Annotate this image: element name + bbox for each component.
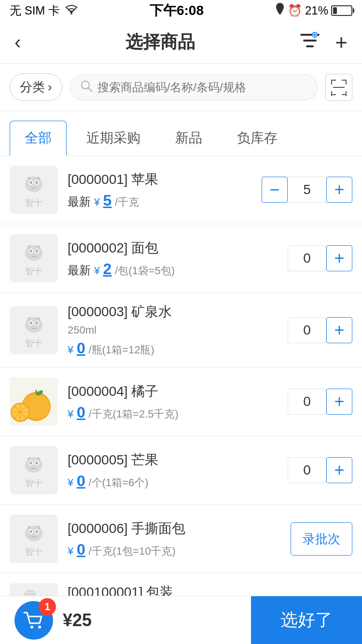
price-unit-0: /千克 [115,196,139,208]
product-name-4: [0000005] 芒果 [68,451,278,469]
qty-input-0[interactable] [288,177,326,203]
price-label-0: 最新 [68,195,94,208]
product-info-5: [0000006] 手撕面包 ¥ 0 /千克(1包=10千克) [68,519,281,559]
add-button[interactable]: + [335,30,348,55]
product-image-4: 智十 [10,446,58,494]
increment-button-2[interactable]: + [326,317,352,343]
product-name-3: [0000004] 橘子 [68,382,278,401]
table-row: 智十 [0000006] 手撕面包 ¥ 0 /千克(1包=10千克) 录批次 [0,505,362,573]
tab-negative[interactable]: 负库存 [222,121,292,155]
status-time: 下午6:08 [150,1,204,20]
search-box[interactable] [70,74,318,100]
search-input[interactable] [97,81,307,94]
product-info-2: [0000003] 矿泉水 250ml ¥ 0 /瓶(1箱=12瓶) [68,303,278,357]
svg-rect-10 [331,80,332,84]
svg-point-22 [35,181,38,184]
status-right: ⏰ 21% [275,3,352,18]
svg-point-57 [31,593,33,595]
price-unit-4: /个(1箱=6个) [88,476,148,489]
svg-rect-2 [303,40,317,42]
price-num-4: 0 [77,472,85,490]
page-title: 选择商品 [125,30,195,54]
scan-button[interactable] [325,74,352,101]
price-unit-5: /千克(1包=10千克) [88,545,175,557]
increment-button-3[interactable]: + [326,389,352,415]
cart-area: 1 ¥25 [0,601,251,640]
product-image-2: 智十 [10,306,58,354]
category-chevron: › [48,80,52,95]
wifi-icon [65,4,78,17]
svg-point-26 [29,250,32,252]
product-name-5: [0000006] 手撕面包 [68,519,281,538]
decrement-button-0[interactable]: − [262,177,288,203]
qty-input-3[interactable] [288,389,326,415]
product-name-1: [0000002] 面包 [68,239,278,257]
location-icon [275,3,285,18]
product-list: 智十 [0000001] 苹果 最新 ¥ 5 /千克 − + [0,156,362,644]
product-image-0: 智十 [10,166,58,214]
carrier-label: 无 SIM 卡 [10,3,60,18]
status-bar: 无 SIM 卡 下午6:08 ⏰ 21% [0,0,362,21]
svg-point-51 [29,530,32,533]
record-batch-button[interactable]: 录批次 [291,522,352,556]
battery-icon [331,5,352,16]
svg-rect-14 [331,91,332,96]
filter-bar: 分类 › [0,64,362,111]
svg-point-58 [30,626,33,629]
category-label: 分类 [20,79,45,96]
svg-point-28 [25,317,42,333]
cart-badge: 1 [39,598,56,616]
product-name-2: [0000003] 矿泉水 [68,303,278,321]
price-num-0: 5 [103,192,112,209]
search-icon [80,80,93,95]
product-info-0: [0000001] 苹果 最新 ¥ 5 /千克 [68,170,252,210]
price-unit-2: /瓶(1箱=12瓶) [88,344,154,356]
product-info-4: [0000005] 芒果 ¥ 0 /个(1箱=6个) [68,451,278,490]
price-label-1: 最新 [68,264,94,277]
svg-point-23 [25,245,42,261]
product-name-0: [0000001] 苹果 [68,170,252,189]
back-button[interactable]: ‹ [14,31,21,53]
price-unit-3: /千克(1箱=2.5千克) [88,408,178,420]
product-image-5: 智十 [10,515,58,563]
svg-rect-12 [346,80,347,84]
status-left: 无 SIM 卡 [10,3,78,18]
qty-control-4: + [288,457,352,483]
table-row: [0000004] 橘子 ¥ 0 /千克(1箱=2.5千克) + [0,368,362,435]
increment-button-1[interactable]: + [326,245,352,271]
category-button[interactable]: 分类 › [10,73,62,101]
qty-control-0: − + [262,177,352,203]
svg-point-48 [25,526,42,541]
product-price-4: ¥ 0 /个(1箱=6个) [68,472,278,490]
tab-new[interactable]: 新品 [160,121,217,155]
table-row: 智十 [0000002] 面包 最新 ¥ 2 /包(1袋=5包) + [0,224,362,292]
svg-point-59 [38,626,41,629]
cart-icon-button[interactable]: 1 [14,601,53,640]
price-num-3: 0 [77,404,85,421]
svg-point-56 [27,593,29,595]
tab-recent[interactable]: 近期采购 [71,121,155,155]
qty-control-3: + [288,389,352,415]
increment-button-0[interactable]: + [326,177,352,203]
product-price-2: ¥ 0 /瓶(1箱=12瓶) [68,339,278,357]
svg-point-27 [35,250,38,252]
table-row: 智十 [0000005] 芒果 ¥ 0 /个(1箱=6个) + [0,436,362,504]
cart-total: ¥25 [63,610,92,630]
confirm-button[interactable]: 选好了 [251,596,362,644]
price-num-5: 0 [77,541,85,558]
increment-button-4[interactable]: + [326,457,352,483]
qty-input-2[interactable] [288,317,326,343]
qty-control-1: + [288,245,352,271]
bottom-bar: 1 ¥25 选好了 [0,596,362,644]
qty-input-4[interactable] [288,457,326,483]
filter-icon[interactable] [299,31,320,54]
product-price-5: ¥ 0 /千克(1包=10千克) [68,541,281,559]
svg-point-32 [35,322,38,324]
tab-all[interactable]: 全部 [10,121,67,156]
svg-point-47 [35,462,38,464]
alarm-icon: ⏰ [288,4,302,17]
svg-point-52 [35,530,38,533]
qty-input-1[interactable] [288,245,326,271]
svg-point-18 [25,177,42,192]
product-info-1: [0000002] 面包 最新 ¥ 2 /包(1袋=5包) [68,239,278,278]
